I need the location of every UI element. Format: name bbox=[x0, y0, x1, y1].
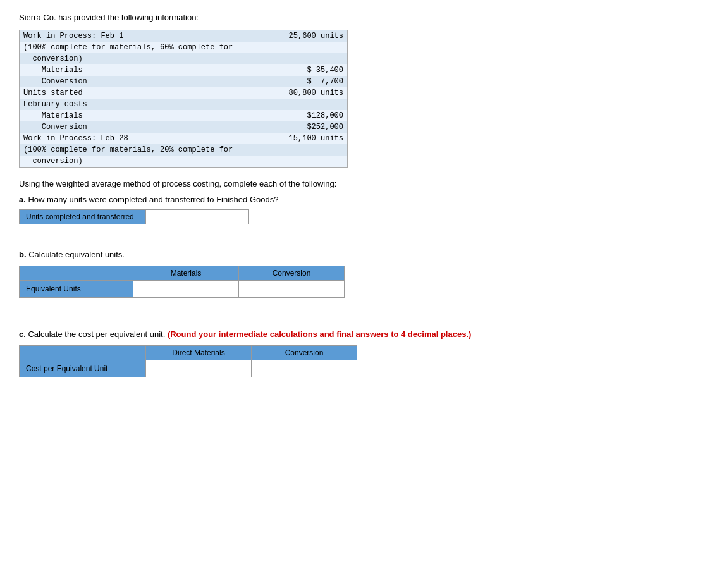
question-c-bold: c. bbox=[19, 329, 26, 339]
cost-row-label: Cost per Equivalent Unit bbox=[20, 360, 146, 377]
info-row-value bbox=[274, 42, 348, 53]
units-completed-table: Units completed and transferred bbox=[19, 209, 249, 224]
method-text: Using the weighted average method of pro… bbox=[19, 179, 686, 188]
question-a-bold: a. bbox=[19, 195, 26, 204]
info-row-value bbox=[274, 53, 348, 64]
equiv-row-label: Equivalent Units bbox=[20, 281, 133, 298]
equiv-conversion-cell[interactable] bbox=[239, 281, 345, 298]
cost-materials-input[interactable] bbox=[150, 363, 247, 374]
cost-conversion-cell[interactable] bbox=[252, 360, 357, 377]
info-row-value: 25,600 units bbox=[274, 30, 348, 42]
info-row-value: 15,100 units bbox=[274, 133, 348, 144]
equivalent-units-table: Materials Conversion Equivalent Units bbox=[19, 266, 345, 298]
question-a-text: How many units were completed and transf… bbox=[28, 195, 278, 204]
info-row-label: conversion) bbox=[20, 53, 274, 64]
question-c-label: c. Calculate the cost per equivalent uni… bbox=[19, 329, 686, 339]
units-input-cell[interactable] bbox=[146, 210, 249, 224]
question-a-label: a. How many units were completed and tra… bbox=[19, 195, 686, 204]
info-row-label: (100% complete for materials, 20% comple… bbox=[20, 144, 274, 156]
info-row-value: 80,800 units bbox=[274, 87, 348, 99]
info-row-value bbox=[274, 144, 348, 156]
cost-materials-cell[interactable] bbox=[146, 360, 252, 377]
info-row-label: Materials bbox=[20, 64, 274, 76]
equiv-header-materials: Materials bbox=[133, 266, 239, 281]
info-row-label: Work in Process: Feb 28 bbox=[20, 133, 274, 144]
info-table: Work in Process: Feb 1 25,600 units (100… bbox=[19, 30, 348, 168]
info-row-label: Materials bbox=[20, 110, 274, 121]
intro-text: Sierra Co. has provided the following in… bbox=[19, 13, 686, 22]
info-row-label: Work in Process: Feb 1 bbox=[20, 30, 274, 42]
equiv-header-empty bbox=[20, 266, 133, 281]
info-row-value: $128,000 bbox=[274, 110, 348, 121]
question-b-label: b. Calculate equivalent units. bbox=[19, 250, 686, 259]
cost-header-conversion: Conversion bbox=[252, 346, 357, 360]
equiv-header-conversion: Conversion bbox=[239, 266, 345, 281]
cost-header-empty bbox=[20, 346, 146, 360]
units-completed-input[interactable] bbox=[149, 211, 246, 223]
question-c-note: (Round your intermediate calculations an… bbox=[168, 329, 471, 339]
info-row-value: $ 35,400 bbox=[274, 64, 348, 76]
info-row-label: Units started bbox=[20, 87, 274, 99]
question-c-text: Calculate the cost per equivalent unit. bbox=[28, 329, 165, 339]
info-row-value: $252,000 bbox=[274, 121, 348, 133]
info-row-value bbox=[274, 156, 348, 168]
question-b-bold: b. bbox=[19, 250, 27, 259]
question-b-text: Calculate equivalent units. bbox=[28, 250, 125, 259]
equiv-materials-input[interactable] bbox=[137, 283, 235, 295]
units-label: Units completed and transferred bbox=[20, 210, 146, 224]
cost-header-materials: Direct Materials bbox=[146, 346, 252, 360]
info-row-label: (100% complete for materials, 60% comple… bbox=[20, 42, 274, 53]
info-row-value bbox=[274, 99, 348, 110]
info-row-label: Conversion bbox=[20, 76, 274, 87]
equiv-materials-cell[interactable] bbox=[133, 281, 239, 298]
equiv-conversion-input[interactable] bbox=[243, 283, 340, 295]
info-row-label: February costs bbox=[20, 99, 274, 110]
info-row-label: Conversion bbox=[20, 121, 274, 133]
cost-per-unit-table: Direct Materials Conversion Cost per Equ… bbox=[19, 345, 357, 377]
cost-conversion-input[interactable] bbox=[255, 363, 353, 374]
info-row-value: $ 7,700 bbox=[274, 76, 348, 87]
info-row-label: conversion) bbox=[20, 156, 274, 168]
